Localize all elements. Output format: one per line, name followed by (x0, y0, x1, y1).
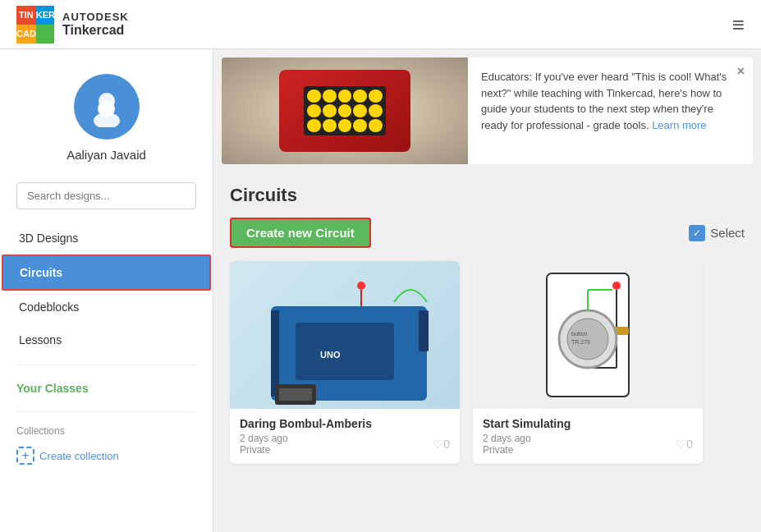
sim-svg: button TR.279 (473, 261, 703, 409)
circuit-card-2[interactable]: button TR.279 Start Simulating (473, 261, 703, 464)
banner: Educators: If you've ever heard "This is… (222, 57, 753, 164)
logo-area: TIN KER CAD AUTODESK Tinkercad (16, 6, 129, 44)
svg-point-12 (612, 282, 621, 290)
select-label: Select (710, 226, 745, 240)
logo-text: AUTODESK Tinkercad (62, 11, 129, 38)
create-collection-button[interactable]: + Create collection (0, 440, 213, 471)
card-title-2: Start Simulating (483, 417, 693, 430)
logo-box: TIN KER CAD (16, 6, 54, 44)
user-name: Aaliyan Javaid (66, 148, 146, 162)
logo-cell-i: CAD (16, 25, 36, 44)
svg-rect-8 (419, 310, 429, 351)
svg-rect-10 (279, 388, 312, 401)
cards-grid: UNO Daring Bombul-Amberis (230, 261, 745, 464)
card-title-1: Daring Bombul-Amberis (240, 417, 450, 430)
svg-text:TR.279: TR.279 (571, 339, 590, 345)
card-thumb-1: UNO (230, 261, 460, 409)
card-info-1: Daring Bombul-Amberis 2 days ago Private… (230, 409, 460, 464)
close-icon[interactable]: × (737, 64, 745, 79)
card-thumb-2: button TR.279 (473, 261, 703, 409)
select-area[interactable]: ✓ Select (689, 225, 745, 241)
svg-point-1 (94, 112, 120, 127)
svg-point-0 (99, 93, 115, 109)
device-screen (304, 86, 386, 135)
arduino-bg: UNO (230, 261, 460, 409)
hamburger-menu[interactable]: ≡ (732, 14, 745, 35)
logo-cell-t: TIN (16, 6, 36, 25)
select-checkbox-icon: ✓ (689, 225, 705, 241)
card-date-text-2: 2 days ago (483, 433, 531, 444)
card-privacy-1: Private (240, 444, 270, 456)
arduino-svg: UNO (230, 261, 460, 409)
create-collection-label: Create collection (39, 450, 119, 462)
avatar: ● (74, 74, 140, 140)
card-date-1: 2 days ago Private (240, 433, 288, 456)
logo-cell-k: KER (36, 6, 54, 25)
svg-rect-7 (271, 310, 279, 397)
sidebar-avatar: ● Aaliyan Javaid (0, 66, 213, 178)
card-date-text-1: 2 days ago (240, 433, 288, 444)
create-circuit-button[interactable]: Create new Circuit (230, 218, 371, 248)
sim-bg: button TR.279 (473, 261, 703, 409)
sidebar-item-3d-designs[interactable]: 3D Designs (0, 222, 213, 255)
content-area: Educators: If you've ever heard "This is… (213, 49, 761, 532)
card-meta-1: 2 days ago Private ♡0 (240, 433, 450, 456)
tinkercad-label: Tinkercad (62, 23, 129, 38)
banner-device (279, 70, 410, 152)
circuit-card-1[interactable]: UNO Daring Bombul-Amberis (230, 261, 460, 464)
collections-label: Collections (0, 420, 213, 440)
plus-icon: + (16, 447, 34, 465)
svg-text:button: button (571, 331, 588, 337)
avatar-svg (86, 86, 127, 127)
circuits-section: Circuits Create new Circuit ✓ Select (213, 172, 761, 476)
logo-cell-n (36, 25, 54, 44)
svg-text:UNO: UNO (320, 350, 341, 360)
heart-icon-2[interactable]: ♡0 (676, 438, 693, 451)
header: TIN KER CAD AUTODESK Tinkercad ≡ (0, 0, 761, 49)
banner-text: Educators: If you've ever heard "This is… (468, 57, 753, 164)
sidebar-item-circuits[interactable]: Circuits (2, 255, 211, 291)
card-date-2: 2 days ago Private (483, 433, 531, 456)
sidebar-divider (16, 365, 196, 365)
search-input[interactable] (16, 182, 196, 209)
section-title: Circuits (230, 185, 297, 206)
heart-icon-1[interactable]: ♡0 (433, 438, 450, 451)
your-classes-link[interactable]: Your Classes (0, 374, 213, 403)
sidebar-item-codeblocks[interactable]: Codeblocks (0, 291, 213, 323)
svg-rect-5 (296, 323, 394, 380)
banner-img-inner (222, 57, 468, 164)
sidebar-item-lessons[interactable]: Lessons (0, 323, 213, 356)
sidebar-divider-2 (16, 411, 196, 412)
section-header: Circuits (230, 185, 745, 206)
card-info-2: Start Simulating 2 days ago Private ♡0 (473, 409, 703, 464)
learn-more-link[interactable]: Learn more (652, 119, 706, 131)
main-layout: ● Aaliyan Javaid 3D Designs Circuits Cod… (0, 49, 761, 532)
svg-point-2 (357, 282, 365, 290)
sidebar: ● Aaliyan Javaid 3D Designs Circuits Cod… (0, 49, 213, 532)
card-privacy-2: Private (483, 444, 513, 456)
autodesk-label: AUTODESK (62, 11, 129, 23)
card-meta-2: 2 days ago Private ♡0 (483, 433, 693, 456)
banner-image (222, 57, 468, 164)
